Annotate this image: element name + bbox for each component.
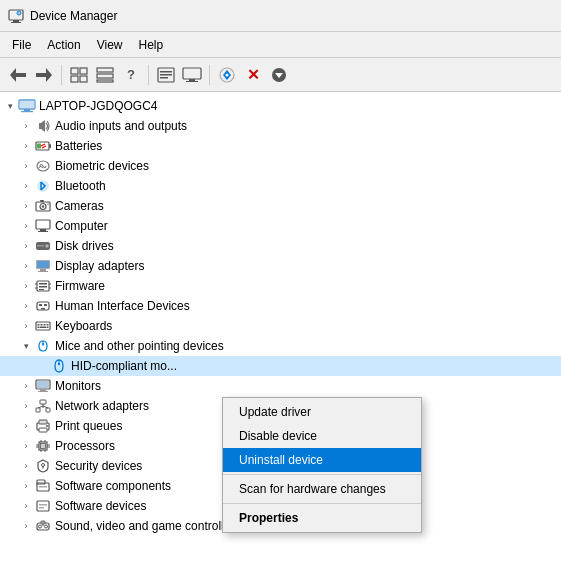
scan-button[interactable] bbox=[215, 63, 239, 87]
tree-item-cameras[interactable]: › Cameras bbox=[0, 196, 561, 216]
context-menu: Update driver Disable device Uninstall d… bbox=[222, 397, 422, 533]
svg-rect-74 bbox=[38, 327, 40, 329]
svg-rect-66 bbox=[39, 304, 42, 306]
context-uninstall-device[interactable]: Uninstall device bbox=[223, 448, 421, 472]
expand-hid-icon: › bbox=[18, 301, 34, 311]
svg-rect-67 bbox=[44, 304, 47, 306]
title-bar: Device Manager bbox=[0, 0, 561, 32]
toolbar-sep-2 bbox=[148, 65, 149, 85]
security-label: Security devices bbox=[55, 459, 142, 473]
expand-monitors-icon: › bbox=[18, 381, 34, 391]
context-properties[interactable]: Properties bbox=[223, 506, 421, 530]
svg-rect-73 bbox=[47, 324, 49, 326]
context-update-driver[interactable]: Update driver bbox=[223, 400, 421, 424]
tree-item-bluetooth[interactable]: › Bluetooth bbox=[0, 176, 561, 196]
expand-root-icon: ▾ bbox=[2, 101, 18, 111]
batteries-label: Batteries bbox=[55, 139, 102, 153]
tree-item-audio[interactable]: › Audio inputs and outputs bbox=[0, 116, 561, 136]
svg-point-51 bbox=[46, 245, 48, 247]
tree-item-hid-mouse[interactable]: HID-compliant mo... bbox=[0, 356, 561, 376]
svg-point-78 bbox=[42, 343, 44, 345]
svg-rect-70 bbox=[38, 324, 40, 326]
svg-rect-21 bbox=[189, 79, 195, 81]
tree-item-monitors[interactable]: › Monitors bbox=[0, 376, 561, 396]
svg-marker-32 bbox=[39, 120, 45, 132]
mice-icon bbox=[34, 338, 52, 354]
tree-item-display[interactable]: › Display adapters bbox=[0, 256, 561, 276]
menu-file[interactable]: File bbox=[4, 36, 39, 54]
svg-point-94 bbox=[46, 425, 48, 427]
properties-button[interactable] bbox=[154, 63, 178, 87]
tree-item-computer[interactable]: › Computer bbox=[0, 216, 561, 236]
expand-firmware-icon: › bbox=[18, 281, 34, 291]
list-button[interactable] bbox=[93, 63, 117, 87]
computer-node-icon bbox=[34, 218, 52, 234]
svg-rect-44 bbox=[40, 200, 44, 202]
cameras-icon bbox=[34, 198, 52, 214]
print-icon bbox=[34, 418, 52, 434]
svg-rect-19 bbox=[160, 77, 168, 79]
tree-item-disk[interactable]: › Disk drives bbox=[0, 236, 561, 256]
tree-item-mice[interactable]: ▾ Mice and other pointing devices bbox=[0, 336, 561, 356]
tree-root[interactable]: ▾ LAPTOP-JGDQOGC4 bbox=[0, 96, 561, 116]
svg-line-36 bbox=[41, 144, 45, 146]
computer-icon bbox=[18, 98, 36, 114]
firmware-icon bbox=[34, 278, 52, 294]
soft-components-icon bbox=[34, 478, 52, 494]
uninstall-button[interactable]: ✕ bbox=[241, 63, 265, 87]
cameras-label: Cameras bbox=[55, 199, 104, 213]
toolbar-sep-1 bbox=[61, 65, 62, 85]
tree-item-hid[interactable]: › Human Interface Devices bbox=[0, 296, 561, 316]
tree-item-keyboards[interactable]: › Keyboards bbox=[0, 316, 561, 336]
svg-point-80 bbox=[58, 363, 60, 365]
print-label: Print queues bbox=[55, 419, 122, 433]
svg-rect-69 bbox=[36, 322, 50, 330]
biometric-label: Biometric devices bbox=[55, 159, 149, 173]
show-hide-button[interactable] bbox=[67, 63, 91, 87]
svg-rect-54 bbox=[37, 261, 49, 268]
svg-rect-96 bbox=[41, 444, 46, 449]
help-button[interactable]: ? bbox=[119, 63, 143, 87]
svg-rect-22 bbox=[186, 81, 198, 82]
svg-rect-35 bbox=[37, 144, 41, 149]
context-scan-changes[interactable]: Scan for hardware changes bbox=[223, 477, 421, 501]
svg-rect-117 bbox=[41, 521, 45, 524]
sound-label: Sound, video and game controllers bbox=[55, 519, 240, 533]
svg-rect-31 bbox=[20, 101, 34, 108]
svg-rect-68 bbox=[41, 308, 45, 310]
menu-view[interactable]: View bbox=[89, 36, 131, 54]
keyboards-label: Keyboards bbox=[55, 319, 112, 333]
expand-security-icon: › bbox=[18, 461, 34, 471]
display-icon bbox=[34, 258, 52, 274]
soft-devices-icon bbox=[34, 498, 52, 514]
toolbar-sep-3 bbox=[209, 65, 210, 85]
svg-rect-17 bbox=[160, 71, 172, 73]
forward-button[interactable] bbox=[32, 63, 56, 87]
tree-item-batteries[interactable]: › Batteries bbox=[0, 136, 561, 156]
monitor-button[interactable] bbox=[180, 63, 204, 87]
context-separator-2 bbox=[223, 503, 421, 504]
security-icon bbox=[34, 458, 52, 474]
svg-rect-2 bbox=[11, 22, 21, 23]
svg-rect-29 bbox=[24, 109, 30, 111]
expand-sound-icon: › bbox=[18, 521, 34, 531]
keyboard-icon bbox=[34, 318, 52, 334]
root-label: LAPTOP-JGDQOGC4 bbox=[39, 99, 157, 113]
svg-rect-30 bbox=[21, 111, 33, 112]
soft-devices-label: Software devices bbox=[55, 499, 146, 513]
computer-label: Computer bbox=[55, 219, 108, 233]
back-button[interactable] bbox=[6, 63, 30, 87]
update-button[interactable] bbox=[267, 63, 291, 87]
menu-action[interactable]: Action bbox=[39, 36, 88, 54]
svg-rect-93 bbox=[39, 428, 47, 432]
svg-point-25 bbox=[226, 73, 229, 76]
menu-help[interactable]: Help bbox=[131, 36, 172, 54]
expand-print-icon: › bbox=[18, 421, 34, 431]
tree-item-firmware[interactable]: › Firmware bbox=[0, 276, 561, 296]
hid-label: Human Interface Devices bbox=[55, 299, 190, 313]
svg-rect-11 bbox=[71, 76, 78, 82]
svg-rect-20 bbox=[183, 68, 201, 79]
expand-bluetooth-icon: › bbox=[18, 181, 34, 191]
tree-item-biometric[interactable]: › Biometric devices bbox=[0, 156, 561, 176]
context-disable-device[interactable]: Disable device bbox=[223, 424, 421, 448]
